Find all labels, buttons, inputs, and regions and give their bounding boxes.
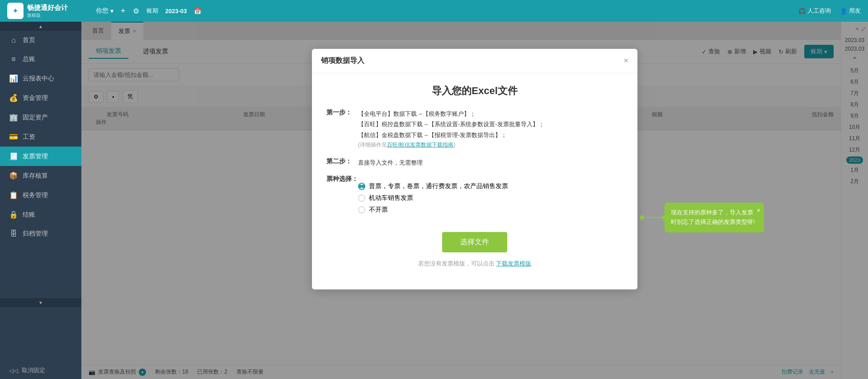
sidebar-item-label: 库存核算 [23, 172, 48, 180]
sidebar-item-label: 固定资产 [23, 114, 48, 122]
logo-area: ✦ 畅捷通好会计 旗舰版 [7, 3, 89, 19]
sidebar-item-label: 工资 [23, 133, 35, 141]
add-icon[interactable]: + [121, 6, 126, 16]
sidebar-item-tax[interactable]: 📋 税务管理 [0, 185, 81, 205]
select-file-area: 选择文件 [326, 232, 623, 252]
step1-row: 第一步： 【全电平台】数据下载→【税务数字账户】； 【百旺】税控盘数据下载→【系… [326, 109, 623, 150]
sidebar-item-report[interactable]: 📊 云报表中心 [0, 69, 81, 88]
report-icon: 📊 [9, 74, 18, 83]
logo-icon: ✦ [7, 3, 24, 19]
sidebar-item-label: 发票管理 [23, 152, 48, 161]
modal-close-button[interactable]: × [623, 56, 628, 66]
company-selector[interactable]: 你您 ▾ [96, 7, 113, 15]
inventory-icon: 📦 [9, 171, 18, 180]
sidebar: ▲ ⌂ 首页 ≡ 总账 📊 云报表中心 💰 资金管理 🏢 固定资产 💳 工资 🧾… [0, 22, 81, 379]
tooltip-wrapper: × 现在支持的票种多了，导入发票时别忘了选择正确的发票类型呀! [665, 203, 764, 232]
ticket-option-motor[interactable]: 机动车销售发票 [358, 194, 508, 202]
sidebar-scroll-up[interactable]: ▲ [0, 22, 81, 31]
modal-header: 销项数据导入 × [312, 49, 637, 73]
sidebar-item-label: 资金管理 [23, 94, 48, 102]
modal-footer: 若您没有发票模版，可以点击 下载发票模版 [326, 260, 623, 275]
modal-overlay: 销项数据导入 × 导入您的Excel文件 第一步： 【全电平台】数据下载→【税务… [81, 22, 868, 379]
user-icon: 👤 [840, 8, 847, 14]
sidebar-item-label: 结账 [23, 211, 35, 219]
asset-icon: 🏢 [9, 113, 18, 122]
pin-icon: ◁◁ [9, 367, 18, 374]
sidebar-item-label: 归档管理 [23, 230, 48, 238]
import-modal: 销项数据导入 × 导入您的Excel文件 第一步： 【全电平台】数据下载→【税务… [312, 49, 637, 289]
logo-text: 畅捷通好会计 旗舰版 [27, 4, 68, 19]
salary-icon: 💳 [9, 133, 18, 141]
step1-content: 【全电平台】数据下载→【税务数字账户】； 【百旺】税控盘数据下载→【系统设置-系… [358, 109, 544, 150]
download-template-link[interactable]: 下载发票模版 [496, 260, 531, 267]
radio-motor[interactable] [358, 194, 365, 202]
sidebar-item-label: 云报表中心 [23, 75, 54, 83]
select-file-button[interactable]: 选择文件 [442, 232, 507, 252]
sidebar-item-invoice[interactable]: 🧾 发票管理 [0, 147, 81, 166]
chevron-down-icon: ▾ [110, 7, 113, 14]
support-button[interactable]: 🎧 人工咨询 [798, 7, 831, 15]
fund-icon: 💰 [9, 94, 18, 102]
header-right: 🎧 人工咨询 👤 用友 [798, 7, 861, 15]
sidebar-item-archive[interactable]: 🗄 归档管理 [0, 224, 81, 243]
user-button[interactable]: 👤 用友 [840, 7, 861, 15]
sidebar-item-home[interactable]: ⌂ 首页 [0, 31, 81, 50]
cancel-pin-button[interactable]: ◁◁ 取消固定 [0, 362, 81, 379]
home-icon: ⌂ [9, 36, 18, 44]
ticket-radio-group: 普票，专票，卷票，通行费发票，农产品销售发票 机动车销售发票 不开票 [358, 179, 508, 218]
ticket-selection-row: 票种选择： 普票，专票，卷票，通行费发票，农产品销售发票 机动车销售发票 不开票 [326, 175, 623, 221]
sidebar-item-salary[interactable]: 💳 工资 [0, 127, 81, 147]
sidebar-item-label: 总账 [23, 55, 35, 63]
sidebar-item-ledger[interactable]: ≡ 总账 [0, 50, 81, 69]
close-account-icon: 🔒 [9, 210, 18, 219]
archive-icon: 🗄 [9, 230, 18, 238]
calendar-icon[interactable]: 📅 [194, 8, 201, 14]
tooltip-box: × 现在支持的票种多了，导入发票时别忘了选择正确的发票类型呀! [665, 203, 764, 232]
top-header: ✦ 畅捷通好会计 旗舰版 你您 ▾ + ⚙ 账期 2023-03 📅 🎧 人工咨… [0, 0, 868, 22]
ticket-option-none[interactable]: 不开票 [358, 206, 508, 214]
tax-icon: 📋 [9, 191, 18, 199]
tooltip-close-icon[interactable]: × [757, 205, 760, 215]
sidebar-item-fund[interactable]: 💰 资金管理 [0, 88, 81, 108]
sidebar-scroll-down[interactable]: ▼ [0, 298, 81, 307]
sidebar-item-label: 首页 [23, 36, 35, 44]
header-center: 你您 ▾ + ⚙ 账期 2023-03 📅 [89, 6, 798, 16]
headset-icon: 🎧 [798, 8, 806, 14]
ledger-icon: ≡ [9, 55, 18, 63]
download-guide-link[interactable]: 百旺/航信发票数据下载指南 [387, 142, 453, 148]
radio-none[interactable] [358, 206, 365, 213]
sidebar-item-inventory[interactable]: 📦 库存核算 [0, 166, 81, 185]
ticket-option-normal[interactable]: 普票，专票，卷票，通行费发票，农产品销售发票 [358, 182, 508, 190]
modal-body: 导入您的Excel文件 第一步： 【全电平台】数据下载→【税务数字账户】； 【百… [312, 73, 637, 289]
sidebar-item-close-account[interactable]: 🔒 结账 [0, 205, 81, 224]
sidebar-item-label: 税务管理 [23, 191, 48, 199]
sidebar-item-asset[interactable]: 🏢 固定资产 [0, 108, 81, 127]
settings-icon[interactable]: ⚙ [133, 7, 139, 15]
step2-row: 第二步： 直接导入文件，无需整理 [326, 157, 623, 168]
radio-normal[interactable] [358, 183, 365, 190]
invoice-icon: 🧾 [9, 152, 18, 161]
